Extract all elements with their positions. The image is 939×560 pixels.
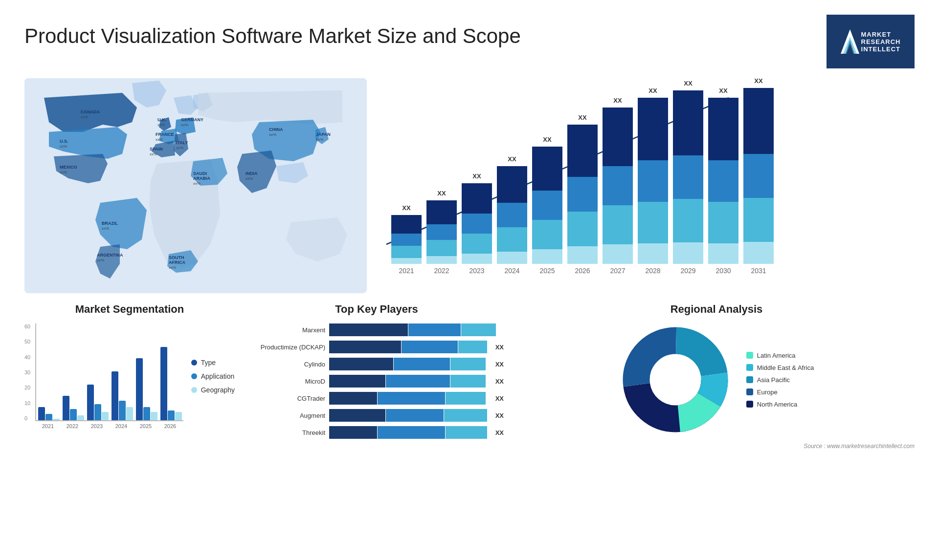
player-name-augment: Augment bbox=[249, 412, 325, 419]
bar-label-2029: XX bbox=[684, 80, 692, 87]
svg-text:xx%: xx% bbox=[316, 137, 323, 142]
player-bars-microd bbox=[329, 375, 490, 388]
player-bar-1-marxent bbox=[329, 323, 408, 336]
seg-y-60: 60 bbox=[24, 323, 30, 329]
bottom-row: Market Segmentation 0 10 20 30 40 50 60 bbox=[0, 293, 939, 439]
legend-dot-latin bbox=[746, 352, 753, 359]
svg-text:SAUDI: SAUDI bbox=[193, 171, 207, 176]
x-label-2031: 2031 bbox=[743, 267, 774, 275]
donut-chart bbox=[619, 323, 732, 436]
x-label-2026: 2026 bbox=[567, 267, 598, 275]
seg-group-2023 bbox=[87, 385, 109, 420]
seg-y-30: 30 bbox=[24, 369, 30, 375]
svg-text:xx%: xx% bbox=[60, 170, 67, 174]
bar-label-2028: XX bbox=[648, 87, 657, 94]
seg-group-2024 bbox=[112, 371, 133, 420]
legend-europe: Europe bbox=[746, 388, 814, 396]
seg-bar-type-2026 bbox=[160, 347, 167, 420]
logo-icon bbox=[841, 29, 859, 54]
seg-x-2025: 2025 bbox=[135, 423, 156, 429]
svg-text:ITALY: ITALY bbox=[176, 140, 188, 145]
svg-text:FRANCE: FRANCE bbox=[156, 132, 174, 137]
logo-line1: MARKET bbox=[861, 31, 901, 38]
player-bar-3 bbox=[444, 409, 487, 422]
seg-x-2026: 2026 bbox=[159, 423, 181, 429]
seg-x-axis: 2021 2022 2023 2024 2025 2026 bbox=[37, 423, 183, 429]
seg-label-app: Application bbox=[201, 372, 235, 380]
seg-y-40: 40 bbox=[24, 354, 30, 360]
bar-2021: XX bbox=[391, 215, 422, 264]
bar-2026: XX bbox=[567, 125, 598, 264]
logo: MARKET RESEARCH INTELLECT bbox=[827, 15, 915, 68]
player-bar-3-marxent bbox=[461, 323, 496, 336]
player-bars-marxent bbox=[329, 323, 504, 336]
bar-2027: XX bbox=[603, 108, 633, 264]
player-bars-cgtrader bbox=[329, 392, 490, 405]
page-title: Product Visualization Software Market Si… bbox=[24, 24, 521, 48]
svg-text:BRAZIL: BRAZIL bbox=[102, 221, 118, 226]
player-name-cgtrader: CGTrader bbox=[249, 395, 325, 402]
seg-bar-geo-2023 bbox=[102, 412, 109, 420]
seg-y-0: 0 bbox=[24, 415, 30, 421]
bar-2030: XX bbox=[708, 98, 738, 264]
seg-label-type: Type bbox=[201, 359, 216, 366]
svg-text:xx%: xx% bbox=[176, 146, 183, 150]
key-players-section: Top Key Players Marxent Productimize (DC… bbox=[249, 303, 504, 439]
svg-text:xx%: xx% bbox=[60, 144, 67, 149]
svg-text:U.S.: U.S. bbox=[60, 139, 68, 144]
svg-text:INDIA: INDIA bbox=[246, 171, 258, 176]
player-bar-2 bbox=[402, 341, 458, 353]
bar-label-2021: XX bbox=[402, 204, 410, 212]
svg-text:xx%: xx% bbox=[97, 258, 104, 262]
x-label-2030: 2030 bbox=[708, 267, 738, 275]
bar-2029: XX bbox=[673, 90, 703, 264]
bar-2024: XX bbox=[497, 166, 527, 264]
seg-bar-type-2022 bbox=[63, 396, 69, 420]
player-bar-2 bbox=[386, 375, 450, 388]
bar-2022: XX bbox=[426, 200, 457, 264]
player-bar-3 bbox=[450, 375, 486, 388]
legend-label-asia: Asia Pacific bbox=[757, 376, 790, 384]
svg-text:xx%: xx% bbox=[193, 181, 201, 186]
seg-bar-app-2026 bbox=[168, 410, 175, 420]
seg-group-2025 bbox=[136, 358, 157, 420]
svg-text:ARABIA: ARABIA bbox=[193, 176, 210, 181]
player-name-productimize: Productimize (DCKAP) bbox=[249, 344, 325, 351]
svg-text:JAPAN: JAPAN bbox=[316, 132, 331, 137]
regional-chart: Latin America Middle East & Africa Asia … bbox=[518, 323, 915, 436]
svg-text:SOUTH: SOUTH bbox=[169, 255, 184, 260]
svg-text:xx%: xx% bbox=[269, 132, 276, 137]
segmentation-title: Market Segmentation bbox=[24, 303, 235, 316]
x-label-2027: 2027 bbox=[603, 267, 633, 275]
x-label-2029: 2029 bbox=[673, 267, 703, 275]
seg-y-50: 50 bbox=[24, 339, 30, 345]
seg-dot-geo bbox=[191, 387, 197, 393]
seg-group-2022 bbox=[63, 396, 84, 420]
seg-x-2024: 2024 bbox=[111, 423, 132, 429]
seg-x-2022: 2022 bbox=[62, 423, 83, 429]
bar-label-2027: XX bbox=[613, 97, 622, 104]
seg-bar-geo-2025 bbox=[151, 412, 157, 420]
segmentation-section: Market Segmentation 0 10 20 30 40 50 60 bbox=[24, 303, 235, 439]
player-name-microd: MicroD bbox=[249, 378, 325, 385]
bar-2023: XX bbox=[462, 183, 492, 264]
seg-group-2026 bbox=[160, 347, 182, 420]
logo-line2: RESEARCH bbox=[861, 38, 901, 45]
seg-x-2021: 2021 bbox=[37, 423, 59, 429]
player-bar-3 bbox=[446, 426, 487, 439]
svg-text:AFRICA: AFRICA bbox=[169, 260, 185, 265]
bar-2031: XX bbox=[743, 88, 774, 264]
svg-text:xx%: xx% bbox=[81, 115, 88, 119]
legend-latin: Latin America bbox=[746, 352, 814, 359]
legend-dot-asia bbox=[746, 376, 753, 383]
seg-bar-type-2021 bbox=[38, 407, 45, 420]
seg-bar-app-2022 bbox=[70, 409, 77, 420]
player-bar-2-marxent bbox=[408, 323, 461, 336]
player-xx-augment: XX bbox=[495, 412, 504, 419]
seg-dot-type bbox=[191, 360, 197, 366]
player-row-productimize: Productimize (DCKAP) XX bbox=[249, 341, 504, 353]
player-bar-1 bbox=[329, 375, 385, 388]
player-xx-cylindo: XX bbox=[495, 361, 504, 368]
seg-y-10: 10 bbox=[24, 400, 30, 406]
player-bar-2 bbox=[378, 392, 445, 405]
